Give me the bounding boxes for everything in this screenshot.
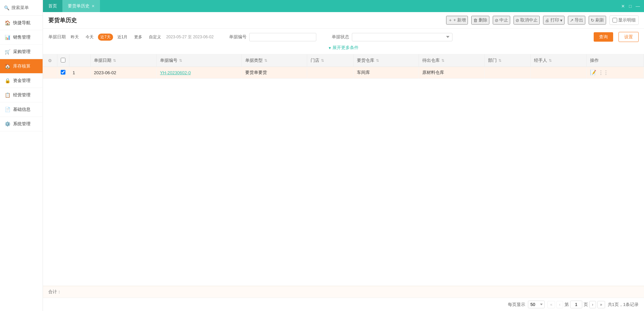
total-info: 共1页，1条记录 bbox=[608, 302, 639, 308]
tab-close-icon[interactable]: ✕ bbox=[92, 4, 95, 8]
sidebar-item-operation[interactable]: 📋 经营管理 bbox=[0, 88, 43, 102]
tab-history[interactable]: 要货单历史 ✕ bbox=[62, 0, 100, 12]
date-shortcut-custom[interactable]: 自定义 bbox=[147, 34, 163, 41]
delete-icon: 🗑 bbox=[473, 18, 478, 23]
sidebar-item-label: 销售管理 bbox=[13, 34, 31, 40]
bill-no-filter-group: 单据编号 bbox=[229, 33, 316, 41]
sidebar-item-sales[interactable]: 📊 销售管理 bbox=[0, 30, 43, 45]
select-all-checkbox[interactable] bbox=[61, 58, 65, 62]
print-icon: 🖨 bbox=[545, 18, 549, 23]
display-cell-checkbox[interactable] bbox=[612, 18, 617, 23]
chevron-down-icon: ▾ bbox=[329, 45, 331, 50]
plus-icon: ＋ bbox=[448, 17, 452, 23]
page-nav: « ‹ 第 页 › » bbox=[547, 301, 605, 308]
data-table: ⚙ 单据日期 ⇅ 单据编号 ⇅ bbox=[43, 54, 644, 79]
th-department[interactable]: 部门 ⇅ bbox=[485, 54, 531, 67]
clipboard-icon: 📋 bbox=[5, 92, 10, 98]
search-menu-label: 搜索菜单 bbox=[11, 5, 29, 11]
th-store[interactable]: 门店 ⇅ bbox=[307, 54, 353, 67]
export-button[interactable]: ↗ 导出 bbox=[568, 16, 585, 25]
cell-department bbox=[485, 67, 531, 79]
sort-store-icon: ⇅ bbox=[321, 58, 324, 63]
cell-settings bbox=[43, 67, 57, 79]
cancel-stop-button[interactable]: ⊘ 取消中止 bbox=[514, 16, 540, 25]
date-shortcut-1month[interactable]: 近1月 bbox=[115, 34, 130, 41]
per-page-label: 每页显示 bbox=[508, 302, 525, 308]
sidebar: 🔍 搜索菜单 🏠 快捷导航 📊 销售管理 🛒 采购管理 🏠 库存核算 🔒 资金管… bbox=[0, 0, 43, 311]
summary-label: 合计： bbox=[48, 289, 61, 294]
op-more-icon[interactable]: ⋮⋮ bbox=[598, 70, 608, 76]
print-button[interactable]: 🖨 打印 ▾ bbox=[543, 16, 565, 25]
query-button[interactable]: 查询 bbox=[594, 32, 613, 42]
next-page-btn[interactable]: › bbox=[589, 301, 596, 308]
refresh-icon: ↻ bbox=[591, 18, 594, 23]
first-page-btn[interactable]: « bbox=[547, 301, 555, 308]
th-bill-type[interactable]: 单据类型 ⇅ bbox=[241, 54, 307, 67]
refresh-button[interactable]: ↻ 刷新 bbox=[589, 16, 606, 25]
th-index bbox=[69, 54, 91, 67]
page-title: 要货单历史 bbox=[48, 16, 77, 24]
table-header-row: ⚙ 单据日期 ⇅ 单据编号 ⇅ bbox=[43, 54, 644, 67]
filter-row-1: 单据日期 昨天 今天 近7天 近1月 更多 自定义 2023-05-27 至 2… bbox=[48, 32, 639, 42]
main-area: 首页 要货单历史 ✕ ✕ □ — 要货单历史 ＋ + 新增 🗑 删除 bbox=[43, 0, 644, 311]
cell-req-warehouse: 车间库 bbox=[353, 67, 419, 79]
lock-icon: 🔒 bbox=[5, 78, 10, 83]
date-shortcut-yesterday[interactable]: 昨天 bbox=[68, 34, 81, 41]
op-edit-icon[interactable]: 📝 bbox=[590, 70, 596, 76]
stop-button[interactable]: ⊘ 中止 bbox=[493, 16, 510, 25]
last-page-btn[interactable]: » bbox=[597, 301, 605, 308]
sidebar-item-quick-nav[interactable]: 🏠 快捷导航 bbox=[0, 16, 43, 30]
cell-bill-no[interactable]: YH-20230602-0 bbox=[156, 67, 241, 79]
display-cell-label: 显示明细 bbox=[618, 17, 636, 23]
expand-more-btn[interactable]: ▾ 展开更多条件 bbox=[329, 45, 359, 51]
th-bill-no[interactable]: 单据编号 ⇅ bbox=[156, 54, 241, 67]
doc-icon: 📄 bbox=[5, 107, 10, 112]
sidebar-item-label: 库存核算 bbox=[13, 63, 31, 69]
row-checkbox[interactable] bbox=[61, 70, 65, 75]
print-dropdown-icon: ▾ bbox=[560, 18, 562, 23]
cancel-stop-icon: ⊘ bbox=[516, 18, 519, 23]
window-maximize-icon[interactable]: □ bbox=[629, 4, 632, 9]
search-icon: 🔍 bbox=[4, 5, 9, 10]
sort-bill-type-icon: ⇅ bbox=[264, 58, 267, 63]
sidebar-item-label: 快捷导航 bbox=[13, 20, 31, 26]
sidebar-item-inventory[interactable]: 🏠 库存核算 bbox=[0, 59, 43, 74]
window-minimize-icon[interactable]: — bbox=[636, 4, 640, 9]
th-date[interactable]: 单据日期 ⇅ bbox=[91, 54, 157, 67]
sidebar-item-finance[interactable]: 🔒 资金管理 bbox=[0, 74, 43, 88]
per-page-select[interactable]: 10 20 50 100 bbox=[528, 301, 545, 308]
date-shortcut-7days[interactable]: 近7天 bbox=[98, 34, 113, 41]
home-icon: 🏠 bbox=[5, 20, 10, 26]
search-menu[interactable]: 🔍 搜索菜单 bbox=[0, 0, 43, 16]
status-select[interactable] bbox=[352, 33, 452, 41]
settings-button[interactable]: 设置 bbox=[619, 32, 639, 42]
tab-home[interactable]: 首页 bbox=[43, 0, 62, 12]
window-close-icon[interactable]: ✕ bbox=[621, 4, 625, 9]
bill-no-input[interactable] bbox=[249, 33, 316, 41]
status-filter-group: 单据状态 bbox=[332, 33, 588, 41]
th-pending-warehouse[interactable]: 待出仓库 ⇅ bbox=[419, 54, 485, 67]
th-settings[interactable]: ⚙ bbox=[43, 54, 57, 67]
chart-icon: 📊 bbox=[5, 35, 10, 40]
new-button[interactable]: ＋ + 新增 bbox=[446, 16, 468, 25]
page-input[interactable] bbox=[570, 301, 582, 308]
display-cell-button[interactable]: 显示明细 bbox=[609, 15, 639, 25]
date-shortcut-more[interactable]: 更多 bbox=[132, 34, 145, 41]
date-shortcuts: 昨天 今天 近7天 近1月 更多 自定义 bbox=[68, 34, 163, 41]
toolbar: ＋ + 新增 🗑 删除 ⊘ 中止 ⊘ 取消中止 🖨 打印 bbox=[446, 15, 639, 25]
date-shortcut-today[interactable]: 今天 bbox=[83, 34, 96, 41]
delete-button[interactable]: 🗑 删除 bbox=[471, 16, 489, 25]
tab-history-label: 要货单历史 bbox=[68, 3, 90, 9]
gear-icon: ⚙️ bbox=[5, 121, 10, 127]
th-req-warehouse[interactable]: 要货仓库 ⇅ bbox=[353, 54, 419, 67]
cell-bill-type: 要货单要货 bbox=[241, 67, 307, 79]
prev-page-btn[interactable]: ‹ bbox=[556, 301, 563, 308]
cell-store bbox=[307, 67, 353, 79]
th-handler[interactable]: 经手人 ⇅ bbox=[531, 54, 587, 67]
page-label: 第 bbox=[565, 302, 569, 308]
sidebar-item-purchase[interactable]: 🛒 采购管理 bbox=[0, 45, 43, 59]
sidebar-item-basic[interactable]: 📄 基础信息 bbox=[0, 102, 43, 117]
bill-no-label: 单据编号 bbox=[229, 34, 247, 40]
cell-pending-warehouse: 原材料仓库 bbox=[419, 67, 485, 79]
sidebar-item-system[interactable]: ⚙️ 系统管理 bbox=[0, 117, 43, 131]
